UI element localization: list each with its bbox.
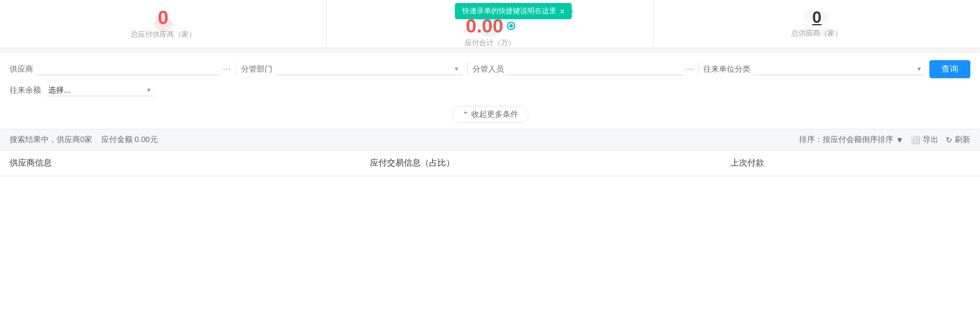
collapse-label: 收起更多条件: [471, 109, 518, 120]
dept-select[interactable]: [275, 63, 462, 75]
supplier-dots-btn[interactable]: ···: [222, 64, 230, 75]
table-body: [0, 176, 980, 310]
filter-section: 供应商 ··· 分管部门 ▼ 分管人员 ··· 往来单位分类: [0, 53, 980, 129]
tooltip-close-btn[interactable]: ×: [560, 7, 565, 16]
top-stats-bar: 0 总应付供应商（家） 快速录单的快捷键说明在这里 × 0.00 应付合计（万）…: [0, 0, 980, 48]
collapse-up-icon: ⌃: [462, 110, 469, 119]
tooltip-bubble: 快速录单的快捷键说明在这里 ×: [455, 3, 572, 19]
supplier-input[interactable]: [36, 63, 220, 75]
sep-1: [236, 62, 236, 76]
sort-label: 排序：按应付会额倒序排序: [799, 134, 893, 145]
supplier-filter: 供应商 ···: [10, 63, 231, 75]
sep-3: [698, 62, 699, 76]
person-filter: 分管人员 ···: [473, 63, 694, 75]
unit-class-filter: 往来单位分类 ▼: [703, 63, 925, 75]
svg-rect-6: [819, 26, 829, 36]
result-actions: 排序：按应付会额倒序排序 ▼ ⬜ 导出 ↻ 刷新: [799, 134, 970, 145]
table-col-supplier-info: 供应商信息: [10, 158, 370, 169]
tooltip-dot: [508, 23, 514, 29]
balance-select-wrapper: 选择... ▼: [46, 84, 154, 96]
supplier-label: 供应商: [10, 64, 33, 75]
table-section: 供应商信息 应付交易信息（占比） 上次付款: [0, 150, 980, 310]
unit-class-select-wrapper: ▼: [753, 63, 925, 75]
person-label: 分管人员: [473, 64, 504, 75]
filter-row-1: 供应商 ··· 分管部门 ▼ 分管人员 ··· 往来单位分类: [10, 60, 970, 78]
unit-class-select[interactable]: [753, 63, 925, 75]
filter-row-2: 往来余额 选择... ▼: [10, 84, 970, 96]
query-button[interactable]: 查询: [929, 60, 970, 78]
svg-rect-3: [805, 12, 814, 22]
payable-total-card: 快速录单的快捷键说明在这里 × 0.00 应付合计（万）: [327, 0, 653, 48]
collapse-bar: ⌃ 收起更多条件: [10, 102, 970, 129]
table-col-payable-info: 应付交易信息（占比）: [370, 158, 730, 169]
export-label: 导出: [923, 134, 938, 145]
refresh-label: 刷新: [955, 134, 970, 145]
dept-filter: 分管部门 ▼: [241, 63, 462, 75]
export-icon: ⬜: [911, 135, 920, 144]
svg-rect-4: [819, 12, 829, 22]
collapse-btn[interactable]: ⌃ 收起更多条件: [452, 106, 529, 123]
svg-point-2: [483, 19, 488, 24]
sort-dropdown[interactable]: 排序：按应付会额倒序排序 ▼: [799, 134, 903, 145]
person-input[interactable]: [506, 63, 683, 75]
result-summary: 搜索结果中，供应商0家 应付金额 0.00元: [10, 134, 158, 145]
amount-text: 应付金额 0.00元: [101, 135, 158, 144]
svg-rect-0: [152, 13, 174, 34]
search-result-text: 搜索结果中，供应商0家: [10, 135, 92, 144]
balance-select[interactable]: 选择...: [46, 84, 154, 96]
total-suppliers-card: 0 总供应商（家）: [654, 0, 980, 48]
dept-select-wrapper: ▼: [275, 63, 462, 75]
refresh-icon: ↻: [946, 135, 952, 144]
result-bar: 搜索结果中，供应商0家 应付金额 0.00元 排序：按应付会额倒序排序 ▼ ⬜ …: [0, 129, 980, 150]
refresh-btn[interactable]: ↻ 刷新: [946, 134, 970, 145]
tooltip-text: 快速录单的快捷键说明在这里: [462, 6, 556, 16]
person-dots-btn[interactable]: ···: [685, 64, 693, 75]
sep-2: [467, 62, 468, 76]
sort-chevron-icon: ▼: [896, 135, 903, 144]
dept-label: 分管部门: [241, 64, 272, 75]
table-col-last-payment: 上次付款: [730, 158, 971, 169]
balance-label: 往来余额: [10, 85, 41, 96]
svg-rect-5: [805, 26, 814, 36]
export-btn[interactable]: ⬜ 导出: [911, 134, 938, 145]
table-header: 供应商信息 应付交易信息（占比） 上次付款: [0, 150, 980, 176]
unit-class-label: 往来单位分类: [703, 64, 750, 75]
payable-suppliers-card: 0 总应付供应商（家）: [0, 0, 327, 48]
